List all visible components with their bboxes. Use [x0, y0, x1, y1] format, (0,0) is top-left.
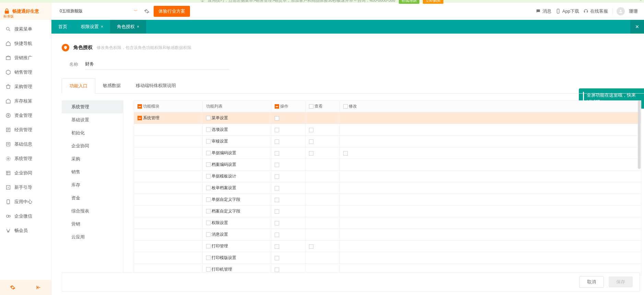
- sidebar-item-search[interactable]: 搜索菜单: [0, 22, 51, 36]
- sidebar-item-label: 资金管理: [14, 112, 32, 119]
- feature-name: 审核设置: [212, 139, 228, 144]
- row-op-checkbox[interactable]: [275, 186, 279, 190]
- save-button[interactable]: 保存: [609, 276, 633, 287]
- row-list-checkbox[interactable]: [206, 174, 211, 179]
- row-list-checkbox[interactable]: [206, 116, 211, 120]
- sidebar-item-funds[interactable]: 资金管理: [0, 108, 51, 123]
- collapse-sidebar-icon[interactable]: [36, 285, 41, 290]
- tab-close-icon[interactable]: ×: [101, 24, 103, 29]
- inner-tab-mobile[interactable]: 移动端特殊权限说明: [128, 78, 183, 93]
- app-download-link[interactable]: App下载: [556, 8, 579, 14]
- row-op-checkbox[interactable]: [275, 116, 279, 121]
- category-sales[interactable]: 销售: [62, 165, 123, 179]
- view-header-checkbox[interactable]: [309, 104, 313, 109]
- row-view-checkbox[interactable]: [309, 244, 313, 249]
- inner-tab-sens[interactable]: 敏感数据: [95, 78, 128, 93]
- table-scrollbar[interactable]: [638, 100, 641, 169]
- tab-perm[interactable]: 权限设置×: [74, 20, 110, 34]
- row-list-checkbox[interactable]: [206, 139, 211, 144]
- row-list-checkbox[interactable]: [206, 186, 211, 190]
- row-list-checkbox[interactable]: [206, 267, 211, 272]
- settings-gear-icon[interactable]: [10, 285, 15, 290]
- row-list-checkbox[interactable]: [206, 162, 211, 167]
- category-marketing[interactable]: 营销: [62, 218, 123, 231]
- sidebar-item-quicknav[interactable]: 快捷导航: [0, 36, 51, 51]
- row-op-checkbox[interactable]: [275, 233, 279, 237]
- messages-link[interactable]: 消息: [536, 8, 551, 14]
- row-op-checkbox[interactable]: [275, 139, 279, 144]
- industry-plan-button[interactable]: 体验行业方案: [154, 6, 190, 17]
- row-list-checkbox[interactable]: [206, 221, 211, 225]
- sidebar-item-guide[interactable]: 新手引导: [0, 180, 51, 195]
- module-row-checkbox[interactable]: [138, 116, 142, 120]
- avatar[interactable]: [617, 7, 625, 15]
- row-op-checkbox[interactable]: [275, 174, 279, 179]
- sidebar-item-coop[interactable]: 企业协同: [0, 166, 51, 180]
- row-op-checkbox[interactable]: [275, 209, 279, 214]
- row-list-checkbox[interactable]: [206, 209, 211, 213]
- row-list-checkbox[interactable]: [206, 197, 211, 202]
- edit-header-checkbox[interactable]: [343, 104, 348, 109]
- row-list-checkbox[interactable]: [206, 127, 211, 132]
- row-edit-checkbox[interactable]: [343, 151, 348, 156]
- user-name[interactable]: 珊珊: [629, 8, 638, 14]
- sidebar-item-appcenter[interactable]: 应用中心: [0, 195, 51, 209]
- row-op-checkbox[interactable]: [275, 256, 279, 260]
- row-list-checkbox[interactable]: [206, 244, 211, 248]
- tab-role[interactable]: 角色授权×: [110, 20, 146, 34]
- row-view-checkbox[interactable]: [309, 139, 313, 144]
- sidebar-item-wecom[interactable]: 企业微信: [0, 209, 51, 223]
- feature-name: 单据自定义字段: [212, 197, 240, 202]
- sidebar-item-purchase[interactable]: 采购管理: [0, 79, 51, 94]
- row-list-checkbox[interactable]: [206, 151, 211, 155]
- svg-point-6: [6, 157, 10, 161]
- row-list-checkbox[interactable]: [206, 232, 211, 237]
- sidebar-item-sales[interactable]: 销售管理: [0, 65, 51, 79]
- sidebar-item-operate[interactable]: 经营管理: [0, 123, 51, 137]
- sidebar-item-member[interactable]: 畅会员: [0, 223, 51, 238]
- row-op-checkbox[interactable]: [275, 268, 279, 272]
- sidebar-item-system[interactable]: 系统管理: [0, 151, 51, 166]
- row-op-checkbox[interactable]: [275, 244, 279, 249]
- category-cloud[interactable]: 云应用: [62, 231, 123, 244]
- row-op-checkbox[interactable]: [275, 221, 279, 225]
- category-fund[interactable]: 资金: [62, 192, 123, 205]
- module-header-checkbox[interactable]: [138, 104, 142, 109]
- op-header-checkbox[interactable]: [275, 104, 279, 109]
- promo-buy-button[interactable]: 立即购买: [423, 0, 443, 4]
- col-op-header: 操作: [280, 104, 288, 109]
- table-row: 单据自定义字段: [134, 194, 641, 206]
- tab-close-icon[interactable]: ×: [137, 24, 139, 29]
- category-base[interactable]: 基础设置: [62, 113, 123, 126]
- sidebar-item-label: 营销推广: [14, 55, 32, 61]
- row-op-checkbox[interactable]: [275, 128, 279, 132]
- row-view-checkbox[interactable]: [309, 128, 313, 132]
- row-op-checkbox[interactable]: [275, 198, 279, 202]
- row-op-checkbox[interactable]: [275, 163, 279, 167]
- row-view-checkbox[interactable]: [309, 151, 313, 156]
- row-list-checkbox[interactable]: [206, 256, 211, 260]
- sidebar-item-label: 搜索菜单: [14, 26, 32, 32]
- category-report[interactable]: 综合报表: [62, 205, 123, 218]
- promo-close-icon[interactable]: ×: [640, 0, 642, 3]
- tab-home[interactable]: 首页: [51, 20, 74, 34]
- sidebar-item-stock[interactable]: 库存核算: [0, 94, 51, 108]
- category-coop[interactable]: 企业协同: [62, 139, 123, 152]
- org-select[interactable]: 0五组旗舰版 ﹀: [58, 7, 140, 15]
- col-list-header: 功能列表: [203, 101, 271, 112]
- row-op-checkbox[interactable]: [275, 151, 279, 156]
- sidebar-item-marketing[interactable]: 营销推广: [0, 51, 51, 65]
- category-sys[interactable]: 系统管理: [62, 100, 123, 113]
- category-purchase[interactable]: 采购: [62, 152, 123, 165]
- sidebar-item-label: 系统管理: [14, 156, 32, 162]
- category-init[interactable]: 初始化: [62, 126, 123, 139]
- table-row: 档案编码设置: [134, 159, 641, 171]
- category-stock[interactable]: 库存: [62, 179, 123, 192]
- cancel-button[interactable]: 取消: [579, 276, 604, 288]
- customer-service-link[interactable]: 在线客服: [583, 8, 608, 14]
- promo-training-button[interactable]: 在线培训: [399, 0, 419, 4]
- org-settings-icon[interactable]: [144, 9, 150, 14]
- inner-tab-func[interactable]: 功能入口: [62, 78, 95, 94]
- close-all-tabs-icon[interactable]: ×: [630, 20, 644, 34]
- sidebar-item-basic[interactable]: 基础信息: [0, 137, 51, 151]
